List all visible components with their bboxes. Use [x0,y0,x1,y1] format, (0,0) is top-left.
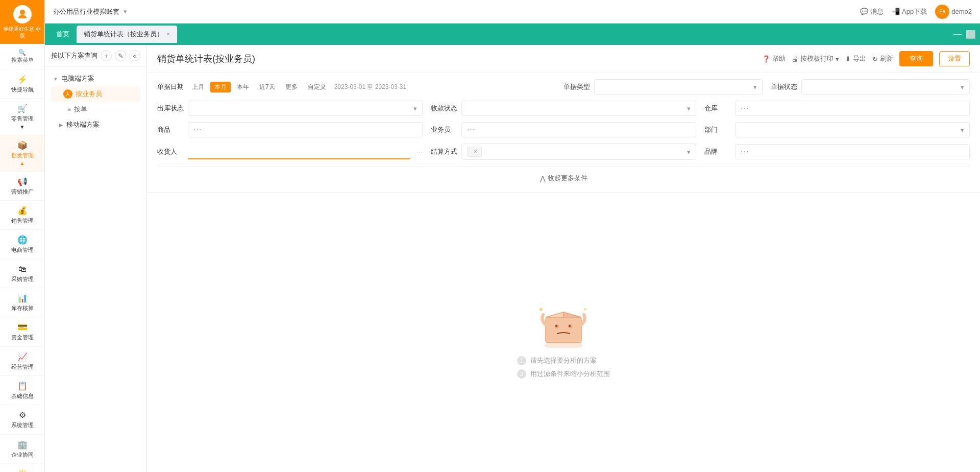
sidebar-item-purchase[interactable]: 🛍 采购管理 [0,259,44,288]
ecom-icon: 🌐 [17,235,28,245]
receipt-status-arrow: ▾ [687,105,691,112]
sidebar-item-quick-nav[interactable]: ⚡ 快捷导航 [0,69,44,99]
settle-tag-close[interactable]: × [474,148,477,155]
filter-doc-type: 单据类型 ▾ [564,79,763,95]
top-bar: 办公用品行业模拟账套 ▾ 💬 消息 📲 App下载 Ea demo2 [45,0,980,23]
tab-maximize-btn[interactable]: ⬜ [966,30,976,39]
search-icon: 🔍 [18,49,26,56]
message-btn[interactable]: 💬 消息 [860,7,884,16]
brand-select[interactable]: ··· [735,144,970,159]
doc-status-select[interactable]: ▾ [801,79,970,95]
date-tab-more[interactable]: 更多 [281,82,302,92]
warehouse-select[interactable]: ··· [735,101,970,116]
dept-label: 部门 [704,125,731,134]
goods-dots: ··· [193,125,202,134]
dept-select[interactable]: ▾ [735,122,970,137]
sidebar-item-enterprise[interactable]: 🏢 企业协同 [0,435,44,464]
help-btn[interactable]: ❓ 帮助 [762,54,786,63]
user-btn[interactable]: Ea demo2 [935,5,972,19]
top-bar-right: 💬 消息 📲 App下载 Ea demo2 [860,5,972,19]
date-tab-thisyear[interactable]: 本年 [233,82,253,92]
sidebar-item-ecom[interactable]: 🌐 电商管理 [0,230,44,259]
sidebar-item-retail[interactable]: 🛒 零售管理 ▼ [0,99,44,135]
tab-close-icon[interactable]: × [166,31,170,38]
export-btn[interactable]: ⬇ 导出 [845,54,866,63]
refresh-label: 刷新 [880,54,893,63]
salesman-select[interactable]: ··· [461,122,696,137]
enterprise-icon: 🏢 [17,440,28,450]
out-status-select[interactable]: ▾ [188,101,423,116]
left-panel-header: 按以下方案查询 + ✎ « [45,45,146,67]
svg-point-5 [555,325,557,327]
date-range: 2023-03-01 至 2023-03-31 [334,83,406,91]
consignee-input[interactable] [188,144,410,159]
wholesale-icon: 📦 [17,140,28,150]
newbie-icon: 🌟 [17,469,28,472]
export-icon: ⬇ [845,55,851,63]
svg-rect-2 [546,317,581,343]
dept-arrow: ▾ [961,126,964,134]
desktop-group-header[interactable]: ▼ 电脑端方案 [51,71,140,86]
svg-point-6 [569,325,571,327]
sidebar-item-newbie[interactable]: 🌟 新手引导 [0,464,44,472]
home-tab-label: 首页 [56,30,69,39]
add-scheme-btn[interactable]: + [101,50,112,61]
date-tab-thismonth[interactable]: 本月 [210,82,231,92]
sidebar-item-marketing[interactable]: 📢 营销推广 [0,172,44,201]
sidebar-item-operation[interactable]: 📈 经营管理 [0,347,44,376]
edit-scheme-btn[interactable]: ✎ [115,50,126,61]
doc-type-select[interactable]: ▾ [594,79,763,95]
sales-icon: 💰 [17,206,28,216]
help-label: 帮助 [772,54,786,63]
out-status-label: 出库状态 [157,104,184,113]
tab-bar-actions: — ⬜ [953,30,976,39]
filter-row-1: 单据日期 上月 本月 本年 近7天 更多 自定义 2023-03-01 至 20… [157,79,970,95]
empty-illustration: ✦ ✦ [533,287,594,348]
print-dropdown-icon[interactable]: ▾ [836,55,839,63]
sidebar-item-sales[interactable]: 💰 销售管理 [0,201,44,230]
date-tab-custom[interactable]: 自定义 [304,82,330,92]
sidebar-item-basic[interactable]: 📋 基础信息 [0,376,44,405]
top-bar-title: 办公用品行业模拟账套 [53,7,119,16]
filter-consignee: 收货人 ··· [157,144,423,159]
left-panel-title: 按以下方案查询 [51,51,97,60]
quick-nav-label: 快捷导航 [11,86,34,93]
receipt-status-label: 收款状态 [431,104,457,113]
top-bar-dropdown-icon[interactable]: ▾ [124,8,127,15]
mobile-group-header[interactable]: ▶ 移动端方案 [51,117,140,132]
receipt-status-select[interactable]: ▾ [461,101,696,116]
filter-salesman: 业务员 ··· [431,122,696,137]
settle-arrow: ▾ [687,148,691,156]
sidebar: 畅捷通好生意 标版 🔍 搜索菜单 ⚡ 快捷导航 🛒 零售管理 ▼ 📦 批发管理 … [0,0,45,472]
app-download-label: App下载 [902,7,927,16]
tab-home[interactable]: 首页 [49,26,77,43]
date-tab-lastmonth[interactable]: 上月 [188,82,208,92]
settle-select[interactable]: × ▾ [461,144,696,160]
sidebar-item-inventory[interactable]: 📊 库存核算 [0,288,44,317]
print-btn[interactable]: 🖨 按模板打印 ▾ [792,54,839,63]
tab-report[interactable]: 销货单统计表（按业务员） × [77,26,177,43]
scheme-by-salesman[interactable]: 人 按业务员 [51,86,140,102]
print-label: 按模板打印 [800,54,834,63]
scheme-by-order[interactable]: ≡ 按单 [51,102,140,117]
doc-type-label: 单据类型 [564,82,590,91]
app-download-btn[interactable]: 📲 App下载 [892,7,927,16]
date-tab-7days[interactable]: 近7天 [255,82,279,92]
collapse-panel-btn[interactable]: « [129,50,140,61]
sidebar-logo[interactable]: 畅捷通好生意 标版 [0,0,45,44]
page-title: 销货单统计表(按业务员) [157,53,255,65]
collapse-btn[interactable]: ⋀ 收起更多条件 [157,171,970,186]
sidebar-item-wholesale[interactable]: 📦 批发管理 ▲ [0,135,44,172]
doc-status-label: 单据状态 [771,82,797,91]
tab-minimize-btn[interactable]: — [953,30,962,39]
refresh-btn[interactable]: ↻ 刷新 [872,54,893,63]
warehouse-label: 仓库 [704,104,731,113]
goods-select[interactable]: ··· [188,122,423,137]
basic-icon: 📋 [17,381,28,391]
system-icon: ⚙ [19,410,26,420]
sidebar-search[interactable]: 🔍 搜索菜单 [0,44,44,69]
settings-btn[interactable]: 设置 [939,51,970,66]
sidebar-item-finance[interactable]: 💳 资金管理 [0,317,44,346]
query-btn[interactable]: 查询 [899,51,933,66]
sidebar-item-system[interactable]: ⚙ 系统管理 [0,405,44,434]
